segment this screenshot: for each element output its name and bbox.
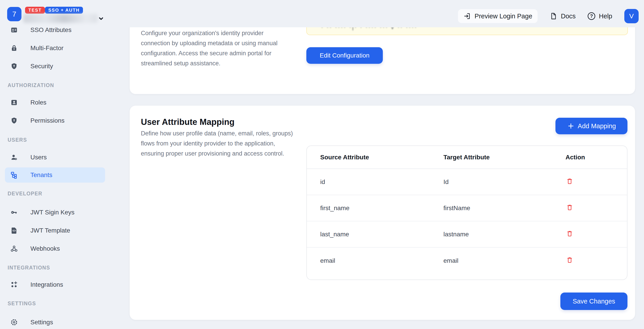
user-avatar[interactable]: V [624,9,639,23]
sidebar-item-label: SSO Attributes [30,27,72,34]
user-attribute-mapping-card: User Attribute Mapping Define how user p… [130,106,635,320]
sidebar-item-jwt-template[interactable]: JWT Template [5,223,105,238]
docs-button[interactable]: Docs [550,12,576,20]
sso-auth-badge: SSO + AUTH [45,7,83,14]
webhook-icon [10,245,18,252]
tree-icon [10,171,18,179]
sidebar-item-label: Integrations [30,281,63,288]
org-name-redacted[interactable] [23,14,98,23]
sidebar-item-label: Roles [30,99,46,106]
chevron-down-icon[interactable] [98,15,104,22]
table-row: email email [307,247,627,274]
mapping-table: Source Attribute Target Attribute Action… [306,145,628,280]
delete-mapping-button[interactable] [566,229,575,238]
sidebar-item-label: Settings [30,319,53,326]
target-attribute-value: firstName [444,205,566,212]
header-actions: Preview Login Page Docs ? Help V [458,8,639,24]
login-preview-icon [463,12,471,20]
sidebar-item-roles[interactable]: Roles [5,95,105,110]
column-header-target: Target Attribute [444,154,566,161]
test-badge: TEST [25,7,45,14]
source-attribute-value: id [320,178,444,186]
edit-configuration-button[interactable]: Edit Configuration [306,47,383,64]
app-root: Configure your organization's identity p… [0,0,644,329]
table-row: id Id [307,169,627,195]
delete-mapping-button[interactable] [566,177,575,186]
sidebar: SSO Attributes Multi-Factor Security AUT… [0,0,125,329]
source-attribute-value: first_name [320,205,444,212]
trash-icon [566,177,573,185]
save-changes-button[interactable]: Save Changes [560,292,628,310]
delete-mapping-button[interactable] [566,255,575,264]
document-icon [550,12,557,20]
gear-icon [10,318,18,326]
trash-icon [566,204,573,211]
sidebar-item-tenants[interactable]: Tenants [5,167,105,183]
target-attribute-value: lastname [444,231,566,238]
sidebar-section-developer: DEVELOPER [8,190,42,197]
trash-icon [566,230,573,237]
sidebar-item-label: Webhooks [30,245,60,252]
docs-label: Docs [561,13,576,20]
column-header-action: Action [566,154,627,161]
sidebar-section-users: USERS [8,137,27,143]
sidebar-item-label: JWT Template [30,227,70,234]
card-description: Define how user profile data (name, emai… [141,128,298,159]
sidebar-item-security[interactable]: Security [5,59,105,74]
key-icon [10,209,18,216]
app-logo[interactable]: 7 [7,7,22,21]
source-attribute-value: last_name [320,231,444,238]
target-attribute-value: email [444,257,566,264]
lock-icon [10,44,18,52]
column-header-source: Source Attribute [320,154,444,161]
source-attribute-value: email [320,257,444,264]
add-mapping-label: Add Mapping [578,122,616,130]
add-mapping-button[interactable]: Add Mapping [556,118,628,134]
help-button[interactable]: ? Help [588,12,612,20]
sidebar-item-webhooks[interactable]: Webhooks [5,241,105,256]
sidebar-item-label: Security [30,63,53,70]
sidebar-item-multi-factor[interactable]: Multi-Factor [5,41,105,56]
sidebar-item-label: Users [30,154,47,161]
table-header-row: Source Attribute Target Attribute Action [307,146,627,169]
preview-login-page-button[interactable]: Preview Login Page [458,9,538,23]
top-header: 7 TEST SSO + AUTH Preview Login Page Doc… [0,0,644,27]
sidebar-item-integrations[interactable]: Integrations [5,277,105,292]
roles-icon [10,99,18,106]
sidebar-item-label: Permissions [30,117,64,124]
sidebar-item-label: Tenants [30,171,52,179]
card-title: User Attribute Mapping [141,117,234,127]
trash-icon [566,256,573,264]
sso-card-description: Configure your organization's identity p… [141,28,288,69]
sidebar-item-jwt-sigin-keys[interactable]: JWT Sigin Keys [5,205,105,220]
user-plus-icon [10,154,18,161]
help-icon: ? [588,12,595,20]
sidebar-item-label: JWT Sigin Keys [30,209,74,216]
table-row: first_name firstName [307,195,627,221]
table-row: last_name lastname [307,221,627,247]
sidebar-section-authorization: AUTHORIZATION [8,82,54,89]
target-attribute-value: Id [444,178,566,186]
sidebar-item-settings[interactable]: Settings [5,315,105,329]
delete-mapping-button[interactable] [566,203,575,212]
help-label: Help [599,13,612,20]
sidebar-item-users[interactable]: Users [5,150,105,165]
apps-plus-icon [10,281,18,288]
preview-login-page-label: Preview Login Page [474,13,532,20]
sidebar-item-permissions[interactable]: Permissions [5,113,105,128]
sidebar-section-settings: SETTINGS [8,300,36,307]
plus-icon [567,122,575,130]
shield-icon [10,117,18,124]
sidebar-item-label: Multi-Factor [30,45,64,52]
file-code-icon [10,227,18,234]
sso-attributes-icon [10,26,18,34]
shield-icon [10,63,18,70]
sidebar-section-integrations: INTEGRATIONS [8,264,50,271]
